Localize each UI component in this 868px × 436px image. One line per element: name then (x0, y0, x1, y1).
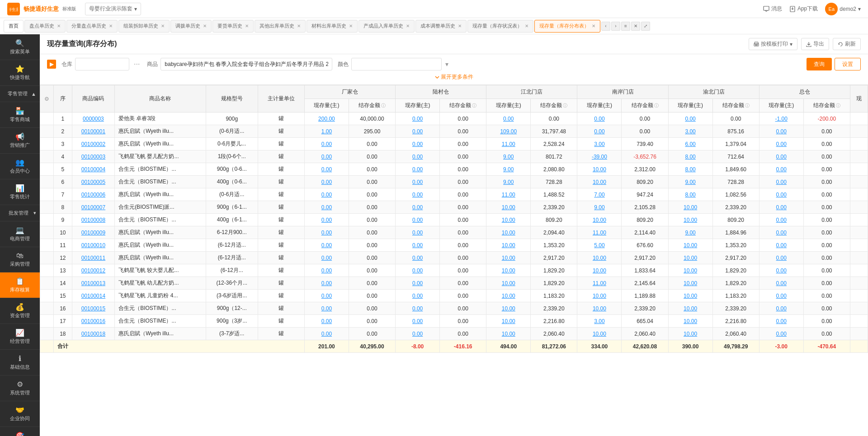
query-btn[interactable]: 查询 (807, 58, 832, 70)
table-row: 18 00100018 惠氏启賦（Wyeth illu... (3-7岁适...… (40, 328, 868, 340)
yb-amount-info[interactable]: ⓘ (745, 103, 750, 108)
col-nanan: 南岸门店 (577, 85, 668, 99)
message-btn[interactable]: 消息 (763, 5, 782, 13)
color-filter-group: 颜色 ▾ (338, 58, 448, 70)
expand-row: 展开更多条件 (47, 73, 861, 81)
operations-icon: 📈 (2, 328, 38, 337)
tab-close-1[interactable]: ✕ (57, 23, 61, 28)
goods-input[interactable] (160, 58, 332, 70)
tab-5[interactable]: 要货单历史 ✕ (212, 20, 254, 33)
sidebar-item-operations[interactable]: 📈 经营管理 (0, 324, 40, 350)
tab-close-7[interactable]: ✕ (349, 23, 353, 28)
col-na-amount: 结存金额ⓘ (622, 99, 668, 113)
tab-close-4[interactable]: ✕ (203, 23, 207, 28)
tab-11[interactable]: 现存量（库存分布表） ✕ (534, 20, 600, 33)
tab-10[interactable]: 现存量（库存状况表） ✕ (467, 20, 533, 33)
logo-icon: 好生意 (7, 3, 20, 15)
sidebar-item-ecommerce[interactable]: 💻 电商管理 (0, 221, 40, 247)
sidebar-item-wholesale[interactable]: 批发管理 ▾ (0, 205, 40, 221)
sidebar-item-guide[interactable]: 🎯 新手引导 (0, 427, 40, 436)
tab-close-5[interactable]: ✕ (245, 23, 249, 28)
sidebar-item-purchase[interactable]: 🛍 采购管理 (0, 247, 40, 272)
toggle-filter-btn[interactable]: ▶ (47, 60, 56, 69)
sidebar-item-retail-mgmt[interactable]: 零售管理 ▲ (0, 86, 40, 102)
search-icon: 🔍 (2, 39, 38, 47)
warehouse-dots-btn[interactable]: ··· (132, 60, 142, 68)
sidebar-item-retail-shop[interactable]: 🏪 零售商城 (0, 102, 40, 128)
tab-close-11[interactable]: ✕ (592, 23, 595, 28)
avatar: Ea (825, 3, 838, 15)
tab-close-3[interactable]: ✕ (161, 23, 165, 28)
col-total: 总仓 (759, 85, 850, 99)
gear-icon[interactable]: ⚙ (44, 96, 49, 102)
sidebar-item-system[interactable]: ⚙ 系统管理 (0, 375, 40, 401)
expand-conditions-btn[interactable]: 展开更多条件 (434, 73, 473, 81)
tab-nav-right[interactable]: › (611, 22, 620, 31)
col-total-amount: 结存金额ⓘ (803, 99, 850, 113)
export-btn[interactable]: 导出 (801, 38, 829, 50)
goods-label: 商品 (147, 61, 158, 68)
sidebar-item-enterprise[interactable]: 🤝 企业协同 (0, 401, 40, 427)
print-btn[interactable]: 按模板打印 ▾ (749, 38, 797, 50)
factory-amount-info[interactable]: ⓘ (381, 103, 386, 108)
print-dropdown-icon: ▾ (790, 41, 793, 47)
table-row: 9 00100008 合生元（BIOSTIME）... 400g（6-1... … (40, 214, 868, 226)
sidebar-item-marketing[interactable]: 📢 营销推广 (0, 128, 40, 154)
tab-7[interactable]: 材料出库单历史 ✕ (307, 20, 358, 33)
tab-nav-menu[interactable]: ≡ (621, 22, 630, 31)
tab-close-2[interactable]: ✕ (109, 23, 113, 28)
top-bar-right: 消息 App下载 Ea demo2 ▾ (763, 3, 861, 15)
tab-close-10[interactable]: ✕ (525, 23, 528, 28)
table-row: 6 00100005 合生元（BIOSTIME）... 400g（0-6... … (40, 176, 868, 188)
tab-close-6[interactable]: ✕ (297, 23, 301, 28)
sidebar-item-inventory[interactable]: 📋 库存核算 (0, 272, 40, 298)
industry-selector[interactable]: 母婴行业演示陈套 ▾ (85, 3, 141, 15)
tab-6[interactable]: 其他出库单历史 ✕ (255, 20, 306, 33)
table-container[interactable]: ⚙ 序 商品编码 商品名称 规格型号 主计量单位 厂家仓 陆村仓 江北门店 南岸… (40, 85, 868, 436)
tab-3[interactable]: 组装拆卸单历史 ✕ (118, 20, 170, 33)
page-actions: 按模板打印 ▾ 导出 刷新 (749, 38, 861, 50)
sidebar-item-retail-stats[interactable]: 📊 零售统计 (0, 179, 40, 205)
sidebar-item-basic-info[interactable]: ℹ 基础信息 (0, 350, 40, 375)
table-row: 5 00100004 合生元（BIOSTIME）... 900g（0-6... … (40, 163, 868, 176)
tab-9[interactable]: 成本调整单历史 ✕ (415, 20, 467, 33)
action-btns: 查询 设置 (807, 58, 861, 70)
jb-amount-info[interactable]: ⓘ (563, 103, 567, 108)
sidebar-item-nav[interactable]: ⭐ 快捷导航 (0, 60, 40, 86)
color-dropdown-icon[interactable]: ▾ (445, 61, 448, 68)
warehouse-input[interactable] (75, 58, 129, 70)
tab-1[interactable]: 盘点单历史 ✕ (24, 20, 66, 33)
goods-filter-group: 商品 (147, 58, 332, 70)
sidebar-item-members[interactable]: 👥 会员中心 (0, 154, 40, 179)
na-amount-info[interactable]: ⓘ (654, 103, 659, 108)
total-amount-info[interactable]: ⓘ (836, 103, 840, 108)
sidebar-item-finance[interactable]: 💰 资金管理 (0, 298, 40, 324)
tab-nav-left[interactable]: ‹ (601, 22, 610, 31)
col-factory-stock: 现存量(主) (304, 99, 349, 113)
ecommerce-icon: 💻 (2, 226, 38, 234)
user-profile[interactable]: Ea demo2 ▾ (825, 3, 861, 15)
tab-close-8[interactable]: ✕ (406, 23, 410, 28)
table-row: 4 00100003 飞鹤星飞帆 婴儿配方奶... 1段(0-6个... 罐 0… (40, 150, 868, 163)
content-area: 现存量查询(库存分布) 按模板打印 ▾ 导出 刷新 ▶ (40, 34, 868, 436)
color-input[interactable] (351, 58, 442, 70)
sidebar-item-search[interactable]: 🔍 搜索英单 (0, 34, 40, 60)
refresh-btn[interactable]: 刷新 (833, 38, 861, 50)
tab-close-9[interactable]: ✕ (458, 23, 462, 28)
col-jb-amount: 结存金额ⓘ (531, 99, 577, 113)
tab-nav-close[interactable]: ✕ (631, 22, 640, 31)
info-icon: ℹ (2, 354, 38, 363)
table-row: 2 00100001 惠氏启賦（Wyeth illu... (0-6月适... … (40, 125, 868, 138)
table-row: 12 00100011 惠氏启賦（Wyeth illu... (6-12月适..… (40, 252, 868, 264)
col-settings[interactable]: ⚙ (40, 85, 54, 113)
settings-btn[interactable]: 设置 (835, 58, 861, 70)
tab-8[interactable]: 产成品入库单历史 ✕ (359, 20, 415, 33)
luchen-amount-info[interactable]: ⓘ (472, 103, 476, 108)
tab-4[interactable]: 调拨单历史 ✕ (170, 20, 212, 33)
tab-home[interactable]: 首页 (4, 20, 24, 33)
col-jiangbei: 江北门店 (486, 85, 577, 99)
tab-2[interactable]: 分量盘点单历史 ✕ (66, 20, 118, 33)
app-download-btn[interactable]: App下载 (789, 5, 818, 13)
tab-nav-expand[interactable]: ⤢ (641, 22, 650, 31)
enterprise-icon: 🤝 (2, 406, 38, 414)
